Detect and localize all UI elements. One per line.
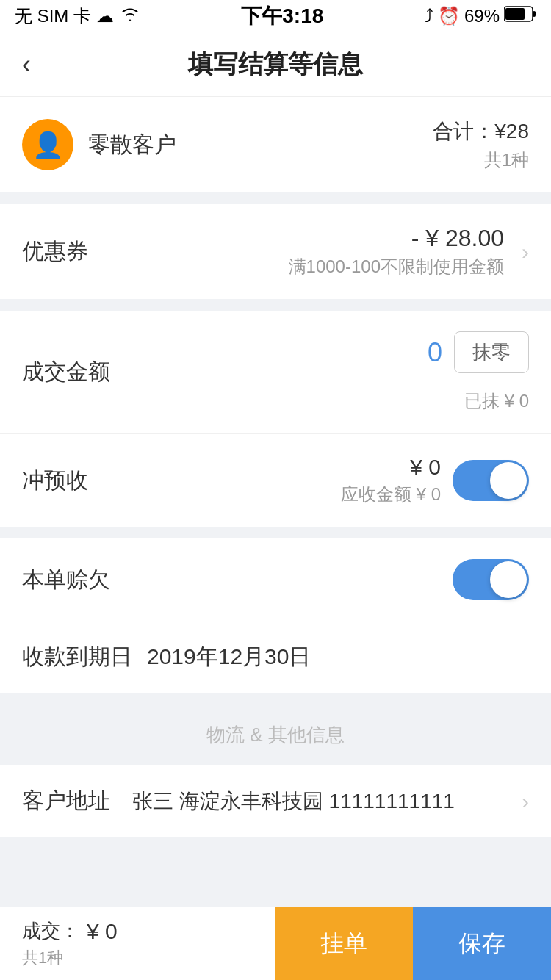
deal-amount-row: 成交金额 抹零 已抹 ¥ 0 (0, 311, 551, 434)
avatar-icon: 👤 (32, 130, 63, 159)
wifi-icon (120, 6, 140, 26)
bottom-bar: 成交： ¥ 0 共1种 挂单 保存 (0, 907, 551, 980)
coupon-row[interactable]: 优惠券 - ¥ 28.00 满1000-100不限制使用金额 › (0, 204, 551, 299)
prepay-toggle[interactable] (453, 460, 529, 501)
logistics-text: 物流 & 其他信息 (206, 722, 345, 748)
customer-right: 合计：¥28 共1种 (433, 118, 529, 172)
battery-icon (504, 6, 536, 26)
coupon-section: 优惠券 - ¥ 28.00 满1000-100不限制使用金额 › (0, 204, 551, 299)
prepay-row: 冲预收 ¥ 0 应收金额 ¥ 0 (0, 434, 551, 527)
status-bar: 无 SIM 卡 ☁ 下午3:18 ⤴ ⏰ 69% (0, 0, 551, 32)
prepay-receivable: 应收金额 ¥ 0 (341, 483, 441, 506)
bottom-deal: 成交： ¥ 0 (22, 918, 253, 944)
credit-section: 本单赊欠 收款到期日 2019年12月30日 (0, 538, 551, 693)
sim-label: 无 SIM 卡 ☁ (15, 4, 114, 28)
credit-toggle[interactable] (453, 559, 529, 600)
alarm-icon: ⏰ (438, 6, 460, 26)
status-bar-time: 下午3:18 (241, 2, 323, 30)
due-date-row: 收款到期日 2019年12月30日 (0, 621, 551, 693)
total-count: 共1种 (433, 148, 529, 172)
coupon-desc: 满1000-100不限制使用金额 (289, 255, 504, 278)
credit-toggle-knob (490, 561, 527, 598)
deal-amount-right: 抹零 已抹 ¥ 0 (383, 331, 529, 413)
back-button[interactable]: ‹ (22, 49, 31, 80)
deal-prepay-section: 成交金额 抹零 已抹 ¥ 0 冲预收 ¥ 0 应收金额 ¥ 0 (0, 311, 551, 527)
coupon-value: - ¥ 28.00 (289, 225, 504, 252)
coupon-label: 优惠券 (22, 237, 88, 267)
credit-right (453, 559, 529, 600)
logistics-line-left (22, 735, 192, 735)
content: 👤 零散客户 合计：¥28 共1种 优惠券 - ¥ 28.00 满1000-10… (0, 97, 551, 980)
address-label: 客户地址 (22, 786, 110, 816)
location-icon: ⤴ (425, 6, 433, 26)
bottom-count: 共1种 (22, 947, 253, 969)
credit-label: 本单赊欠 (22, 565, 110, 595)
address-row[interactable]: 客户地址 张三 海淀永丰科技园 11111111111 › (0, 765, 551, 837)
hang-button[interactable]: 挂单 (275, 907, 413, 981)
prepay-toggle-knob (490, 462, 527, 499)
chevron-icon: › (522, 239, 529, 264)
deal-amount-input[interactable] (383, 337, 442, 368)
bottom-deal-label: 成交： (22, 918, 79, 944)
customer-name: 零散客户 (88, 130, 176, 160)
hang-button-label: 挂单 (320, 928, 367, 960)
svg-rect-2 (505, 8, 525, 20)
logistics-divider: 物流 & 其他信息 (0, 705, 551, 765)
due-date-value: 2019年12月30日 (147, 642, 311, 672)
bottom-summary: 成交： ¥ 0 共1种 (0, 918, 275, 969)
save-button[interactable]: 保存 (413, 907, 551, 981)
coupon-right: - ¥ 28.00 满1000-100不限制使用金额 › (289, 225, 529, 278)
status-bar-left: 无 SIM 卡 ☁ (15, 4, 140, 28)
prepay-right: ¥ 0 应收金额 ¥ 0 (341, 455, 529, 506)
round-zero-button[interactable]: 抹零 (454, 331, 529, 373)
already-zeroed-label: 已抹 ¥ 0 (464, 389, 529, 413)
credit-row: 本单赊欠 (0, 538, 551, 621)
deal-amount-label: 成交金额 (22, 357, 110, 387)
total-amount: 合计：¥28 (433, 118, 529, 145)
prepay-amount: ¥ 0 (341, 455, 441, 480)
customer-row: 👤 零散客户 合计：¥28 共1种 (0, 97, 551, 192)
address-chevron-icon: › (522, 789, 529, 814)
prepay-label: 冲预收 (22, 466, 88, 496)
customer-left: 👤 零散客户 (22, 119, 176, 170)
bottom-deal-amount: ¥ 0 (87, 919, 118, 944)
nav-bar: ‹ 填写结算等信息 (0, 32, 551, 97)
battery-label: 69% (464, 6, 500, 26)
logistics-line-right (359, 735, 529, 735)
address-value: 张三 海淀永丰科技园 11111111111 (132, 788, 516, 815)
avatar: 👤 (22, 119, 73, 170)
page-title: 填写结算等信息 (188, 48, 363, 82)
save-button-label: 保存 (458, 928, 505, 960)
due-date-label: 收款到期日 (22, 642, 132, 672)
status-bar-right: ⤴ ⏰ 69% (425, 6, 536, 26)
svg-rect-1 (533, 11, 536, 17)
